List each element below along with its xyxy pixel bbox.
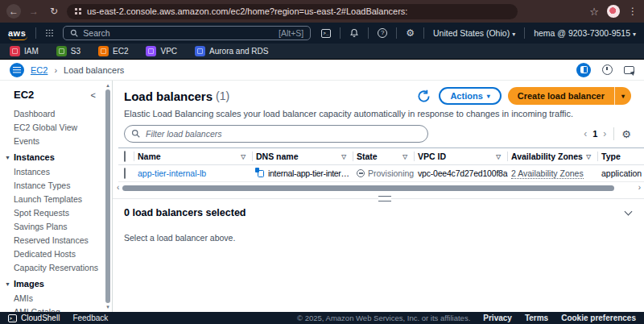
account-menu[interactable]: hema @ 9203-7300-9515▾ bbox=[534, 28, 636, 38]
horizontal-scrollbar[interactable]: ‹ › bbox=[117, 185, 641, 191]
scrollbar-thumb[interactable] bbox=[105, 89, 110, 303]
section-caret-icon: ▼ bbox=[5, 280, 10, 289]
history-clock-icon[interactable] bbox=[602, 64, 613, 75]
table-settings-gear-icon[interactable]: ⚙ bbox=[621, 129, 631, 139]
filter-wrap bbox=[124, 125, 428, 143]
scroll-left-icon[interactable]: ‹ bbox=[117, 185, 119, 191]
sidebar-item-reserved-instances[interactable]: Reserved Instances bbox=[14, 236, 104, 245]
region-selector[interactable]: United States (Ohio)▾ bbox=[433, 28, 515, 38]
browser-profile-avatar[interactable] bbox=[607, 5, 620, 18]
scroll-right-icon[interactable]: › bbox=[638, 185, 641, 191]
privacy-link[interactable]: Privacy bbox=[483, 314, 512, 322]
split-panel-resize-handle[interactable] bbox=[378, 196, 391, 201]
browser-reload-icon[interactable]: ↻ bbox=[47, 4, 61, 19]
app-body: EC2 < Dashboard EC2 Global View Events ▼… bbox=[0, 81, 644, 312]
sidebar-collapse-icon[interactable]: < bbox=[91, 90, 96, 100]
bookmark-star-icon[interactable]: ☆ bbox=[589, 6, 599, 18]
sidebar-scrollbar[interactable]: ▴ ▾ bbox=[105, 82, 111, 310]
sidebar-item-launch-templates[interactable]: Launch Templates bbox=[14, 195, 104, 204]
copy-icon[interactable] bbox=[258, 170, 264, 177]
hamburger-menu-icon[interactable] bbox=[10, 63, 24, 77]
sidebar-section-instances[interactable]: ▼Instances bbox=[14, 153, 104, 162]
column-header-dns-name[interactable]: DNS name▽ bbox=[253, 148, 353, 165]
availability-zones-link[interactable]: 2 Availability Zones bbox=[511, 168, 584, 179]
help-icon[interactable]: ? bbox=[378, 28, 387, 38]
sidebar-item-amis[interactable]: AMIs bbox=[14, 294, 104, 303]
sidebar-item-ec2-global-view[interactable]: EC2 Global View bbox=[14, 123, 104, 132]
sidebar-item-instances[interactable]: Instances bbox=[14, 168, 104, 177]
cloudshell-button[interactable]: >_CloudShell bbox=[8, 314, 60, 322]
s3-service-icon bbox=[56, 46, 67, 56]
scrollbar-thumb[interactable] bbox=[122, 185, 614, 191]
sidebar-item-spot-requests[interactable]: Spot Requests bbox=[14, 209, 104, 218]
sort-icon[interactable]: ▽ bbox=[402, 153, 411, 160]
cookie-preferences-link[interactable]: Cookie preferences bbox=[561, 314, 636, 322]
breadcrumb-separator-icon: › bbox=[54, 65, 57, 75]
column-label: VPC ID bbox=[418, 152, 446, 161]
browser-back-icon[interactable]: ← bbox=[6, 4, 21, 19]
browser-menu-icon[interactable]: ⋮ bbox=[628, 6, 638, 17]
favorite-ec2[interactable]: EC2 bbox=[98, 46, 128, 56]
scrollbar-track[interactable] bbox=[122, 185, 634, 191]
column-header-availability-zones[interactable]: Availability Zones▽ bbox=[508, 148, 598, 165]
column-header-vpc-id[interactable]: VPC ID▽ bbox=[415, 148, 508, 165]
favorite-aurora-rds[interactable]: Aurora and RDS bbox=[195, 46, 268, 56]
create-load-balancer-button[interactable]: Create load balancer▾ bbox=[508, 87, 631, 105]
sidebar-item-capacity-reservations[interactable]: Capacity Reservations bbox=[14, 264, 104, 272]
sort-icon[interactable]: ▽ bbox=[496, 153, 505, 160]
terms-link[interactable]: Terms bbox=[525, 314, 548, 322]
column-header-name[interactable]: Name▽ bbox=[134, 148, 253, 165]
favorite-iam[interactable]: IAM bbox=[10, 46, 39, 56]
vpc-id-text: vpc-0ee4c7d27ed100f8a bbox=[418, 168, 507, 178]
address-bar[interactable]: us-east-2.console.aws.amazon.com/ec2/hom… bbox=[67, 4, 518, 19]
selection-hint: Select a load balancer above. bbox=[113, 218, 644, 243]
collapse-chevron-icon[interactable] bbox=[625, 208, 633, 216]
sort-icon[interactable]: ▽ bbox=[241, 153, 250, 160]
top-nav-right: >_ ? ⚙ United States (Ohio)▾ hema @ 9203… bbox=[321, 27, 636, 39]
feedback-link[interactable]: Feedback bbox=[72, 314, 108, 322]
cloudshell-icon[interactable]: >_ bbox=[321, 29, 331, 38]
sidebar-item-ami-catalog[interactable]: AMI Catalog bbox=[14, 308, 104, 312]
sidebar-item-dedicated-hosts[interactable]: Dedicated Hosts bbox=[14, 250, 104, 259]
aws-logo[interactable]: aws bbox=[8, 28, 26, 38]
page-number[interactable]: 1 bbox=[592, 129, 597, 139]
breadcrumb-ec2-link[interactable]: EC2 bbox=[31, 65, 47, 75]
main-content: Load balancers (1) Actions▾ Create load … bbox=[113, 81, 644, 312]
actions-button[interactable]: Actions▾ bbox=[439, 87, 501, 105]
column-header-type[interactable]: Type bbox=[598, 148, 644, 165]
select-all-checkbox[interactable] bbox=[124, 151, 126, 162]
sidebar-section-images[interactable]: ▼Images bbox=[14, 280, 104, 289]
scroll-down-icon[interactable]: ▾ bbox=[106, 304, 109, 310]
scroll-up-icon[interactable]: ▴ bbox=[106, 82, 109, 89]
table-row[interactable]: app-tier-internal-lb internal-app-tier-i… bbox=[118, 165, 644, 182]
favorite-s3[interactable]: S3 bbox=[56, 46, 80, 56]
site-info-icon[interactable] bbox=[75, 8, 82, 15]
divider bbox=[35, 27, 36, 39]
favorite-label: Aurora and RDS bbox=[209, 47, 268, 56]
browser-forward-icon[interactable]: → bbox=[27, 4, 41, 19]
row-checkbox[interactable] bbox=[124, 168, 126, 179]
services-grid-icon[interactable] bbox=[46, 30, 53, 37]
pagination: ‹ 1 › ⚙ bbox=[584, 127, 631, 140]
refresh-button[interactable] bbox=[415, 87, 432, 105]
sort-icon[interactable]: ▽ bbox=[586, 153, 595, 160]
sidebar-item-instance-types[interactable]: Instance Types bbox=[14, 181, 104, 190]
sort-icon[interactable]: ▽ bbox=[341, 153, 350, 160]
filter-load-balancers-input[interactable] bbox=[124, 125, 428, 143]
browser-actions: ☆ ⋮ bbox=[589, 5, 638, 18]
load-balancer-name-link[interactable]: app-tier-internal-lb bbox=[138, 168, 206, 178]
page-next-icon[interactable]: › bbox=[603, 128, 606, 139]
favorite-vpc[interactable]: VPC bbox=[146, 46, 177, 56]
iam-service-icon bbox=[10, 46, 20, 56]
sidebar-item-dashboard[interactable]: Dashboard bbox=[14, 110, 104, 118]
global-search-input[interactable]: Search [Alt+S] bbox=[63, 26, 311, 40]
split-panel-toggle-icon[interactable] bbox=[576, 63, 591, 77]
screen-share-icon[interactable] bbox=[624, 66, 634, 74]
page-prev-icon[interactable]: ‹ bbox=[584, 128, 587, 139]
chevron-down-icon[interactable]: ▾ bbox=[615, 93, 631, 100]
sidebar-item-savings-plans[interactable]: Savings Plans bbox=[14, 222, 104, 231]
column-header-state[interactable]: State▽ bbox=[353, 148, 415, 165]
notifications-bell-icon[interactable] bbox=[349, 28, 359, 38]
sidebar-item-events[interactable]: Events bbox=[14, 137, 104, 146]
settings-gear-icon[interactable]: ⚙ bbox=[406, 28, 415, 38]
